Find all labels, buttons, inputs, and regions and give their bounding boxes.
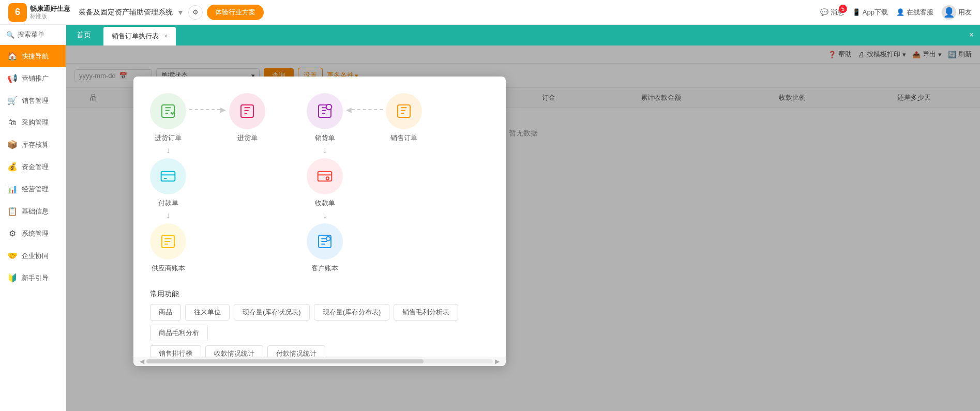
main-layout: 🔍 搜索菜单 🏠 快捷导航 📢 营销推广 🛒 销售管理 🛍 采购管理 📦	[0, 25, 980, 411]
top-left: 6 畅康通好生意 标惟版 装备及固定资产辅助管理系统 ▼ ⚙ 体验行业方案	[8, 3, 264, 22]
modal-overlay[interactable]: 进货订单 ↓ 付款单	[66, 45, 980, 411]
sidebar-item-basic[interactable]: 📋 基础信息	[0, 200, 66, 222]
flow-item-supplier-ledger: 供应商账本	[150, 223, 186, 273]
sidebar-item-purchase[interactable]: 🛍 采购管理	[0, 112, 66, 133]
func-btn-product[interactable]: 商品	[150, 304, 181, 321]
sidebar-label-business: 经营管理	[22, 185, 49, 194]
func-btn-receipt-stat[interactable]: 收款情况统计	[205, 345, 263, 357]
top-right: 💬 消息 5 📱 App下载 👤 在线客服 👤 用友	[820, 5, 972, 20]
sidebar-label-enterprise: 企业协同	[22, 251, 49, 261]
search-menu-btn[interactable]: 🔍 搜索菜单	[0, 25, 66, 45]
sale-bill-circle	[307, 93, 343, 129]
user-name: 用友	[958, 8, 972, 17]
tab-active-label: 销售订单执行表	[112, 32, 159, 41]
scroll-right-btn[interactable]: ▶	[493, 358, 502, 365]
customer-ledger-label: 客户账本	[311, 264, 338, 273]
user-area[interactable]: 👤 用友	[942, 5, 972, 20]
sale-bill-label: 销货单	[315, 133, 335, 143]
flow-item-sale-order: 销售订单	[386, 93, 422, 143]
scrollbar-track[interactable]	[146, 359, 493, 363]
svg-rect-6	[318, 172, 332, 181]
sidebar-item-guide[interactable]: 🔰 新手引导	[0, 267, 66, 289]
system-icon: ⚙	[7, 229, 18, 238]
purchase-order-label: 进货订单	[155, 133, 182, 143]
h-arrow-1: ▶	[186, 93, 229, 114]
func-btn-product-profit[interactable]: 商品毛利分析	[150, 325, 208, 341]
sidebar-label-quick-nav: 快捷导航	[22, 52, 49, 61]
scrollbar-thumb[interactable]	[146, 359, 424, 363]
message-btn[interactable]: 💬 消息 5	[820, 8, 844, 17]
tab-home[interactable]: 首页	[66, 25, 101, 45]
online-service-btn[interactable]: 👤 在线客服	[896, 8, 933, 17]
svg-rect-3	[241, 105, 253, 117]
purchase-order-circle	[150, 93, 186, 129]
message-icon: 💬	[820, 8, 828, 16]
trial-btn[interactable]: 体验行业方案	[207, 5, 264, 20]
settings-btn[interactable]: ⚙	[188, 5, 203, 20]
sidebar-label-inventory: 库存核算	[22, 140, 49, 149]
left-col: 进货订单 ↓ 付款单	[150, 93, 186, 273]
logo-icon: 6	[8, 3, 27, 22]
func-btn-stock-dist[interactable]: 现存量(库存分布表)	[314, 304, 390, 321]
func-btn-stock-status[interactable]: 现存量(库存状况表)	[234, 304, 310, 321]
sidebar-label-basic: 基础信息	[22, 207, 49, 216]
flow-item-customer-ledger: 客户账本	[307, 223, 343, 273]
arrow-down-1: ↓	[166, 146, 170, 155]
inventory-icon: 📦	[7, 140, 18, 149]
logo-area: 6 畅康通好生意 标惟版	[8, 3, 70, 22]
sidebar-item-marketing[interactable]: 📢 营销推广	[0, 67, 66, 89]
sidebar: 🔍 搜索菜单 🏠 快捷导航 📢 营销推广 🛒 销售管理 🛍 采购管理 📦	[0, 25, 66, 411]
receipt-label: 收款单	[315, 199, 335, 208]
sidebar-item-finance[interactable]: 💰 资金管理	[0, 156, 66, 178]
tab-close-btn[interactable]: ×	[164, 33, 168, 40]
scroll-left-btn[interactable]: ◀	[138, 358, 146, 365]
svg-rect-0	[162, 105, 174, 117]
sidebar-label-purchase: 采购管理	[22, 118, 49, 127]
sidebar-item-sales[interactable]: 🛒 销售管理	[0, 89, 66, 112]
system-dropdown-btn[interactable]: ▼	[177, 8, 184, 17]
app-download-btn[interactable]: 📱 App下载	[852, 8, 888, 17]
app-container: 6 畅康通好生意 标惟版 装备及固定资产辅助管理系统 ▼ ⚙ 体验行业方案 💬 …	[0, 0, 980, 411]
svg-point-7	[326, 177, 329, 179]
flow-item-payment: 付款单	[150, 158, 186, 208]
search-menu-label: 搜索菜单	[18, 30, 44, 39]
purchase-bill-circle	[229, 93, 265, 129]
content-area: 首页 销售订单执行表 × × ❓ 帮助	[66, 25, 980, 411]
supplier-ledger-label: 供应商账本	[152, 264, 185, 273]
sidebar-item-inventory[interactable]: 📦 库存核算	[0, 133, 66, 156]
flow-item-purchase-order: 进货订单	[150, 93, 186, 143]
search-icon: 🔍	[6, 31, 14, 39]
func-btn-partners[interactable]: 往来单位	[185, 304, 230, 321]
sidebar-label-guide: 新手引导	[22, 273, 49, 283]
sidebar-item-enterprise[interactable]: 🤝 企业协同	[0, 245, 66, 267]
mid-right-col: 销货单 ↓ 收款单	[307, 93, 343, 273]
sidebar-label-marketing: 营销推广	[22, 74, 49, 83]
sidebar-item-business[interactable]: 📊 经营管理	[0, 178, 66, 200]
arrow-down-4: ↓	[323, 211, 327, 220]
sidebar-label-finance: 资金管理	[22, 162, 49, 172]
app-download-label: App下载	[863, 8, 888, 17]
func-btn-sale-rank[interactable]: 销售排行榜	[150, 345, 201, 357]
sidebar-label-sales: 销售管理	[22, 96, 49, 105]
flow-item-purchase-bill: 进货单	[229, 93, 265, 143]
payment-circle	[150, 158, 186, 194]
svg-rect-10	[398, 105, 410, 117]
svg-point-9	[326, 237, 330, 241]
payment-label: 付款单	[158, 199, 178, 208]
message-badge: 5	[839, 5, 847, 13]
modal: 进货订单 ↓ 付款单	[133, 77, 506, 366]
tab-bar-close-btn[interactable]: ×	[969, 31, 974, 40]
tab-sales-order[interactable]: 销售订单执行表 ×	[103, 27, 176, 45]
func-btn-sale-profit[interactable]: 销售毛利分析表	[394, 304, 458, 321]
finance-icon: 💰	[7, 162, 18, 172]
common-funcs-title: 常用功能	[150, 290, 489, 299]
purchase-icon: 🛍	[7, 118, 18, 127]
modal-scrollbar[interactable]: ◀ ▶	[133, 357, 506, 367]
sidebar-item-system[interactable]: ⚙ 系统管理	[0, 222, 66, 245]
service-icon: 👤	[896, 8, 904, 16]
sidebar-item-quick-nav[interactable]: 🏠 快捷导航	[0, 45, 66, 67]
sidebar-label-system: 系统管理	[22, 229, 49, 238]
logo-text: 畅康通好生意 标惟版	[30, 5, 70, 20]
supplier-circle	[150, 223, 186, 260]
func-btn-payment-stat[interactable]: 付款情况统计	[267, 345, 325, 357]
